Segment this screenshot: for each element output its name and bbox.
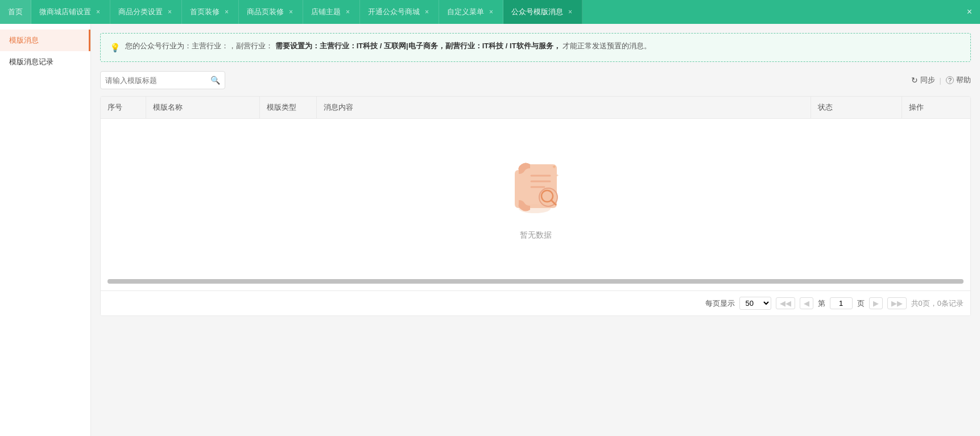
close-custom-menu-icon[interactable]: × — [487, 7, 495, 17]
first-page-button[interactable]: ◀◀ — [776, 297, 795, 309]
th-type: 模版类型 — [260, 97, 317, 118]
nav-tab-home[interactable]: 首页 — [0, 0, 31, 24]
nav-tab-shop-settings-label: 微商城店铺设置 — [39, 7, 91, 17]
notice-suffix: 才能正常发送预置的消息。 — [563, 41, 651, 50]
close-shop-settings-icon[interactable]: × — [94, 7, 102, 17]
nav-tab-homepage-decor[interactable]: 首页装修 × — [182, 0, 239, 24]
search-icon[interactable]: 🔍 — [210, 76, 220, 85]
nav-tab-shop-theme[interactable]: 店铺主题 × — [303, 0, 360, 24]
search-input[interactable] — [105, 76, 210, 85]
notice-highlight: 需要设置为：主营行业：IT科技 / 互联网|电子商务，副营行业：IT科技 / I… — [275, 41, 561, 50]
pagination: 每页显示 50 20 100 ◀◀ ◀ 第 页 ▶ ▶▶ 共0页，0条记录 — [101, 290, 970, 315]
notice-text: 您的公众号行业为：主营行业：，副营行业： 需要设置为：主营行业：IT科技 / 互… — [125, 40, 651, 52]
th-content: 消息内容 — [317, 97, 811, 118]
nav-tab-shop-settings[interactable]: 微商城店铺设置 × — [31, 0, 110, 24]
total-info: 共0页，0条记录 — [911, 298, 964, 309]
prev-page-button[interactable]: ◀ — [800, 297, 813, 309]
th-status: 状态 — [811, 97, 902, 118]
help-button[interactable]: ? 帮助 — [946, 75, 971, 85]
per-page-select[interactable]: 50 20 100 — [739, 297, 771, 310]
sidebar-item-template-msg-label: 模版消息 — [9, 36, 39, 44]
search-bar: 🔍 ↻ 同步 | ? 帮助 — [100, 71, 971, 89]
th-name: 模版名称 — [146, 97, 260, 118]
notice-prefix: 您的公众号行业为：主营行业：，副营行业： — [125, 41, 273, 50]
nav-tab-open-wechat-shop-label: 开通公众号商城 — [368, 7, 420, 17]
sidebar: 模版消息 模版消息记录 — [0, 24, 91, 436]
empty-state: ✦ ✦ 暂无数据 — [101, 119, 970, 275]
nav-tab-product-decor-label: 商品页装修 — [247, 7, 284, 17]
page-label: 第 — [818, 298, 825, 309]
empty-icon: ✦ ✦ — [502, 153, 570, 221]
close-homepage-decor-icon[interactable]: × — [223, 7, 230, 17]
per-page-label: 每页显示 — [705, 298, 735, 309]
page-unit: 页 — [857, 298, 865, 309]
action-divider: | — [940, 76, 941, 85]
help-label: 帮助 — [956, 75, 971, 85]
nav-tab-custom-menu-label: 自定义菜单 — [447, 7, 484, 17]
horizontal-scrollbar-track[interactable] — [101, 279, 970, 290]
template-table: 序号 模版名称 模版类型 消息内容 状态 操作 — [100, 96, 971, 316]
help-icon: ? — [946, 76, 954, 84]
sidebar-item-template-msg-records-label: 模版消息记录 — [9, 57, 53, 66]
nav-tab-template-msg-label: 公众号模版消息 — [511, 7, 563, 17]
scrollbar-thumb — [107, 279, 964, 284]
top-nav: 首页 微商城店铺设置 × 商品分类设置 × 首页装修 × 商品页装修 × 店铺主… — [0, 0, 980, 24]
bulb-icon: 💡 — [110, 41, 121, 55]
close-product-decor-icon[interactable]: × — [287, 7, 295, 17]
svg-text:✦: ✦ — [552, 164, 556, 170]
sidebar-item-template-msg[interactable]: 模版消息 — [0, 30, 90, 51]
search-input-wrapper: 🔍 — [100, 71, 225, 89]
th-action: 操作 — [902, 97, 970, 118]
close-template-msg-icon[interactable]: × — [567, 7, 574, 17]
nav-tab-template-msg[interactable]: 公众号模版消息 × — [503, 0, 582, 24]
next-page-button[interactable]: ▶ — [869, 297, 883, 309]
nav-tab-category-settings[interactable]: 商品分类设置 × — [110, 0, 182, 24]
sidebar-item-template-msg-records[interactable]: 模版消息记录 — [0, 51, 90, 73]
nav-tab-shop-theme-label: 店铺主题 — [311, 7, 341, 17]
last-page-button[interactable]: ▶▶ — [887, 297, 907, 309]
sync-button[interactable]: ↻ 同步 — [911, 75, 935, 85]
svg-text:✦: ✦ — [556, 173, 559, 177]
empty-text: 暂无数据 — [520, 230, 552, 240]
sync-icon: ↻ — [911, 76, 918, 85]
scrollbar-track — [107, 279, 964, 284]
search-right-actions: ↻ 同步 | ? 帮助 — [911, 75, 971, 85]
page-input[interactable] — [830, 297, 853, 309]
nav-tab-custom-menu[interactable]: 自定义菜单 × — [439, 0, 503, 24]
close-shop-theme-icon[interactable]: × — [344, 7, 352, 17]
main-layout: 模版消息 模版消息记录 💡 您的公众号行业为：主营行业：，副营行业： 需要设置为… — [0, 24, 980, 436]
nav-tab-open-wechat-shop[interactable]: 开通公众号商城 × — [360, 0, 439, 24]
nav-tab-product-decor[interactable]: 商品页装修 × — [239, 0, 303, 24]
nav-tab-category-settings-label: 商品分类设置 — [118, 7, 163, 17]
close-open-wechat-shop-icon[interactable]: × — [423, 7, 431, 17]
close-all-tabs-button[interactable]: × — [959, 0, 980, 24]
close-category-settings-icon[interactable]: × — [166, 7, 173, 17]
content-area: 💡 您的公众号行业为：主营行业：，副营行业： 需要设置为：主营行业：IT科技 /… — [91, 24, 980, 436]
nav-tab-home-label: 首页 — [8, 7, 23, 17]
notice-box: 💡 您的公众号行业为：主营行业：，副营行业： 需要设置为：主营行业：IT科技 /… — [100, 33, 971, 62]
th-index: 序号 — [101, 97, 146, 118]
nav-tab-homepage-decor-label: 首页装修 — [190, 7, 220, 17]
table-header: 序号 模版名称 模版类型 消息内容 状态 操作 — [101, 97, 970, 119]
sync-label: 同步 — [920, 75, 935, 85]
